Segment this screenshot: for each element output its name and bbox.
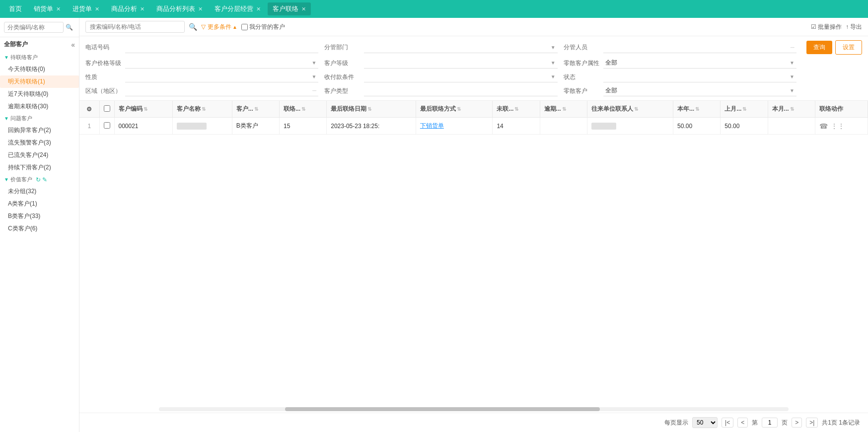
dept-input[interactable]: ▼ <box>364 42 557 53</box>
price-level-input[interactable]: ▼ <box>125 58 318 69</box>
nav-customer-tier-close-icon[interactable]: ✕ <box>256 6 261 12</box>
sidebar-item-tomorrow[interactable]: 明天待联络(1) <box>0 75 79 88</box>
advanced-filters: 电话号码 分管部门 ▼ 分管人员 ··· 查询 设置 <box>79 36 868 101</box>
last-page-btn[interactable]: >| <box>806 418 818 428</box>
payment-input[interactable]: ▼ <box>364 72 557 82</box>
retail-attr-input[interactable]: 全部 ▼ <box>603 58 796 69</box>
sidebar: 🔍 全部客户 « ▼ 待联络客户 今天待联络(0) 明天待联络(1) 近7天待联… <box>0 18 79 432</box>
status-input[interactable]: ▼ <box>603 72 796 82</box>
nav-customer-contact-close-icon[interactable]: ✕ <box>301 6 306 12</box>
th-last-date[interactable]: 最后联络日期 ⇅ <box>327 101 416 118</box>
sidebar-all-customers[interactable]: 全部客户 « <box>0 37 79 52</box>
page-number-input[interactable] <box>762 418 778 428</box>
pending-triangle-icon: ▼ <box>4 55 9 60</box>
th-this-year[interactable]: 本年... ⇅ <box>673 101 721 118</box>
th-action: 联络动作 <box>815 101 868 118</box>
data-table-wrap: ⚙ 客户编码 ⇅ 客户名称 ⇅ <box>79 101 868 406</box>
search-input[interactable] <box>85 21 185 33</box>
sidebar-item-b-class[interactable]: B类客户(33) <box>0 210 79 222</box>
sort-code-icon: ⇅ <box>144 106 147 112</box>
sidebar-item-lostwarning[interactable]: 流失预警客户(3) <box>0 137 79 149</box>
nav-product-list[interactable]: 商品分析列表 ✕ <box>151 2 208 15</box>
horizontal-scrollbar <box>79 406 868 413</box>
phone-input[interactable] <box>125 42 318 53</box>
cell-last-month: 50.00 <box>721 118 768 135</box>
th-last-method[interactable]: 最后联络方式 ⇅ <box>416 101 493 118</box>
sidebar-item-7days[interactable]: 近7天待联络(0) <box>0 88 79 100</box>
nav-customer-contact[interactable]: 客户联络 ✕ <box>268 2 311 15</box>
th-type[interactable]: 客户... ⇅ <box>232 101 279 118</box>
export-btn[interactable]: ↑ 导出 <box>846 23 862 31</box>
first-page-btn[interactable]: |< <box>722 418 733 428</box>
filter-actions: 查询 设置 <box>802 40 862 55</box>
nav-sales[interactable]: 销货单 ✕ <box>29 2 66 15</box>
nav-purchase[interactable]: 进货单 ✕ <box>68 2 104 15</box>
sidebar-item-abnormal[interactable]: 回购异常客户(2) <box>0 124 79 137</box>
filter-nature: 性质 ▼ <box>85 72 318 82</box>
sort-overdue-icon: ⇅ <box>562 106 566 112</box>
manager-input[interactable]: ··· <box>603 42 796 53</box>
nav-customer-tier[interactable]: 客户分层经营 ✕ <box>210 2 266 15</box>
settings-button[interactable]: 设置 <box>835 40 862 55</box>
action-more-icon[interactable]: ⋮⋮ <box>831 122 845 130</box>
search-button-icon[interactable]: 🔍 <box>189 23 197 31</box>
th-no-contact[interactable]: 未联... ⇅ <box>493 101 540 118</box>
sidebar-item-declining[interactable]: 持续下滑客户(2) <box>0 161 79 174</box>
filter-customer-level: 客户等级 ▼ <box>324 58 557 69</box>
filter-status: 状态 ▼ <box>564 72 796 82</box>
customer-type-input[interactable] <box>364 85 557 96</box>
nav-purchase-close-icon[interactable]: ✕ <box>95 6 99 12</box>
sidebar-search-icon[interactable]: 🔍 <box>66 24 73 31</box>
action-phone-icon[interactable]: ☎ <box>819 122 828 130</box>
sidebar-search-input[interactable] <box>4 22 64 33</box>
nav-product-analysis-close-icon[interactable]: ✕ <box>140 6 145 12</box>
sidebar-item-today[interactable]: 今天待联络(0) <box>0 63 79 75</box>
sidebar-problem-group: ▼ 问题客户 <box>0 113 79 124</box>
th-this-month[interactable]: 本月... ⇅ <box>768 101 815 118</box>
th-name[interactable]: 客户名称 ⇅ <box>172 101 232 118</box>
sidebar-item-a-class[interactable]: A类客户(1) <box>0 198 79 210</box>
top-nav: 首页 销货单 ✕ 进货单 ✕ 商品分析 ✕ 商品分析列表 ✕ 客户分层经营 ✕ … <box>0 0 868 18</box>
nav-sales-close-icon[interactable]: ✕ <box>56 6 61 12</box>
th-contact[interactable]: 联络... ⇅ <box>279 101 326 118</box>
sidebar-collapse-icon: « <box>71 41 75 49</box>
retail-customer-input[interactable]: 全部 ▼ <box>603 85 796 96</box>
sidebar-item-ungrouped[interactable]: 未分组(32) <box>0 185 79 198</box>
sort-last-date-icon: ⇅ <box>367 106 371 112</box>
page-size-select[interactable]: 50 100 200 <box>692 417 718 428</box>
batch-op-btn[interactable]: ☑ 批量操作 <box>811 23 842 31</box>
nav-home[interactable]: 首页 <box>4 2 27 15</box>
refresh-icon[interactable]: ↻ <box>36 176 41 183</box>
sort-last-month-icon: ⇅ <box>742 106 746 112</box>
customer-level-input[interactable]: ▼ <box>364 58 557 69</box>
filter-row-4: 区域（地区） ··· 客户类型 零散客户 全部 ▼ <box>85 85 862 96</box>
th-contact-person[interactable]: 往来单位联系人 ⇅ <box>587 101 673 118</box>
prev-page-btn[interactable]: < <box>737 418 748 428</box>
cell-last-method[interactable]: 下销货单 <box>416 118 493 135</box>
filter-right-actions: ☑ 批量操作 ↑ 导出 <box>811 23 862 31</box>
select-all-checkbox[interactable] <box>104 105 110 112</box>
query-button[interactable]: 查询 <box>806 41 832 54</box>
th-overdue[interactable]: 逾期... ⇅ <box>540 101 587 118</box>
th-code[interactable]: 客户编码 ⇅ <box>114 101 172 118</box>
scrollbar-thumb[interactable] <box>285 407 600 411</box>
action-icons: ☎ ⋮⋮ <box>819 122 864 130</box>
nav-product-list-close-icon[interactable]: ✕ <box>198 6 203 12</box>
sidebar-item-overdue[interactable]: 逾期未联络(30) <box>0 100 79 113</box>
nature-input[interactable]: ▼ <box>125 72 318 82</box>
row-checkbox[interactable] <box>104 122 110 129</box>
cell-this-year: 50.00 <box>673 118 721 135</box>
th-settings[interactable]: ⚙ <box>79 101 99 118</box>
more-conditions-btn[interactable]: ▽ 更多条件 ▲ <box>201 23 237 31</box>
my-customers-checkbox[interactable]: 我分管的客户 <box>241 23 285 31</box>
sidebar-item-c-class[interactable]: C类客户(6) <box>0 222 79 235</box>
cell-overdue <box>540 118 587 135</box>
th-last-month[interactable]: 上月... ⇅ <box>721 101 768 118</box>
edit-icon[interactable]: ✎ <box>42 176 47 183</box>
cell-index: 1 <box>79 118 99 135</box>
next-page-btn[interactable]: > <box>792 418 802 428</box>
region-input[interactable]: ··· <box>125 85 318 96</box>
sidebar-item-lost[interactable]: 已流失客户(24) <box>0 149 79 161</box>
nav-product-analysis[interactable]: 商品分析 ✕ <box>106 2 149 15</box>
table-row: 1 000021 B类客户 15 2023-05-23 18:25: <box>79 118 868 135</box>
